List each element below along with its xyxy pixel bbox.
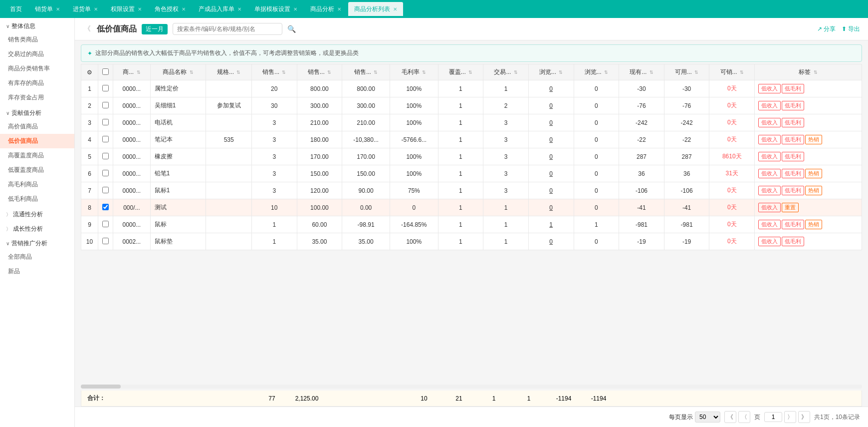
- row-checkbox[interactable]: [102, 153, 109, 159]
- browse-link[interactable]: 0: [549, 187, 553, 194]
- cell-col4: 75%: [390, 182, 438, 199]
- cell-col9: -106: [619, 182, 664, 199]
- cell-col7[interactable]: 0: [528, 80, 574, 97]
- browse-link[interactable]: 0: [549, 170, 553, 177]
- cell-col7[interactable]: 0: [528, 114, 574, 131]
- cell-col8: 0: [574, 148, 619, 165]
- page-input[interactable]: [764, 412, 782, 422]
- nav-sales-order[interactable]: 销货单 ✕: [29, 2, 66, 16]
- filter-badge[interactable]: 近一月: [142, 24, 168, 34]
- prev-page-button[interactable]: 〈: [738, 411, 750, 423]
- sidebar-item-low-margin[interactable]: 低毛利商品: [0, 192, 74, 206]
- cell-col7[interactable]: 1: [528, 216, 574, 233]
- cell-col7[interactable]: 0: [528, 97, 574, 114]
- cell-no: 1: [81, 80, 98, 97]
- footer-label: 合计：: [87, 394, 105, 403]
- browse-link[interactable]: 0: [549, 204, 553, 211]
- row-checkbox[interactable]: [102, 170, 109, 176]
- sidebar-section-circulation[interactable]: 〉 流通性分析: [0, 206, 74, 221]
- cell-col1: 1: [251, 233, 297, 250]
- nav-close-icon[interactable]: ✕: [337, 6, 341, 12]
- nav-purchase-order[interactable]: 进货单 ✕: [67, 2, 104, 16]
- sidebar-item-low-value[interactable]: 低价值商品: [0, 134, 74, 148]
- first-page-button[interactable]: 《: [724, 411, 736, 423]
- search-icon[interactable]: 🔍: [287, 25, 296, 33]
- select-all-checkbox[interactable]: [102, 68, 109, 75]
- nav-close-icon[interactable]: ✕: [56, 6, 60, 12]
- col-settings[interactable]: ⚙: [81, 64, 98, 80]
- nav-close-icon[interactable]: ✕: [393, 6, 397, 12]
- sidebar-item-traded-products[interactable]: 交易过的商品: [0, 47, 74, 61]
- nav-close-icon[interactable]: ✕: [94, 6, 98, 12]
- collapse-sidebar-button[interactable]: 《: [83, 23, 92, 34]
- cell-col7[interactable]: 0: [528, 233, 574, 250]
- nav-template-settings[interactable]: 单据模板设置 ✕: [248, 2, 303, 16]
- nav-close-icon[interactable]: ✕: [293, 6, 297, 12]
- per-page-select[interactable]: 50 100 200: [695, 412, 720, 423]
- nav-close-icon[interactable]: ✕: [138, 6, 142, 12]
- cell-checkbox: [98, 165, 113, 182]
- sidebar-section-contribution[interactable]: ∨ 贡献值分析: [0, 105, 74, 119]
- cell-col7[interactable]: 0: [528, 165, 574, 182]
- row-checkbox[interactable]: [102, 102, 109, 108]
- cell-spec: [206, 233, 252, 250]
- browse-link[interactable]: 0: [549, 153, 553, 160]
- last-page-button[interactable]: 》: [798, 411, 810, 423]
- scrollbar-thumb[interactable]: [81, 385, 121, 389]
- cell-col8: 0: [574, 80, 619, 97]
- sidebar-item-new-products[interactable]: 新品: [0, 264, 74, 279]
- browse-link[interactable]: 1: [549, 221, 553, 228]
- tag: 低收入: [758, 135, 781, 144]
- browse-link[interactable]: 0: [549, 238, 553, 245]
- cell-col7[interactable]: 0: [528, 182, 574, 199]
- cell-days: 0天: [709, 80, 755, 97]
- sidebar-item-low-coverage[interactable]: 低覆盖度商品: [0, 163, 74, 177]
- tag: 低毛利: [782, 135, 804, 144]
- table-header-row: ⚙ 商... ⇅ 商品名称 ⇅ 规格... ⇅ 销售... ⇅ 销售... ⇅ …: [81, 64, 862, 80]
- row-checkbox[interactable]: [102, 119, 109, 125]
- nav-role-auth[interactable]: 角色授权 ✕: [149, 2, 192, 16]
- search-input[interactable]: [173, 23, 282, 35]
- row-checkbox[interactable]: [102, 204, 109, 210]
- sidebar-item-category-sales-rate[interactable]: 商品分类销售率: [0, 61, 74, 76]
- nav-product-analysis-list[interactable]: 商品分析列表 ✕: [348, 2, 403, 16]
- cell-col7[interactable]: 0: [528, 199, 574, 216]
- sidebar-item-high-margin[interactable]: 高毛利商品: [0, 177, 74, 192]
- sidebar-item-high-coverage[interactable]: 高覆盖度商品: [0, 148, 74, 163]
- cell-checkbox: [98, 199, 113, 216]
- row-checkbox[interactable]: [102, 187, 109, 193]
- browse-link[interactable]: 0: [549, 85, 553, 92]
- nav-home[interactable]: 首页: [4, 2, 28, 16]
- nav-close-icon[interactable]: ✕: [182, 6, 186, 12]
- cell-checkbox: [98, 148, 113, 165]
- browse-link[interactable]: 0: [549, 136, 553, 143]
- nav-permissions[interactable]: 权限设置 ✕: [105, 2, 148, 16]
- col-code: 商... ⇅: [113, 64, 151, 80]
- horizontal-scrollbar[interactable]: [81, 385, 862, 389]
- row-checkbox[interactable]: [102, 221, 109, 227]
- sidebar-section-overall[interactable]: ∨ 整体信息: [0, 18, 74, 32]
- export-button[interactable]: ⬆ 导出: [842, 25, 860, 33]
- tag: 热销: [805, 220, 822, 229]
- row-checkbox[interactable]: [102, 136, 109, 142]
- share-button[interactable]: ↗ 分享: [817, 25, 836, 33]
- sidebar-item-high-value[interactable]: 高价值商品: [0, 119, 74, 134]
- sidebar-item-stock-capital[interactable]: 库存资金占用: [0, 90, 74, 105]
- sidebar-section-growth[interactable]: 〉 成长性分析: [0, 221, 74, 235]
- tag: 低收入: [758, 220, 781, 229]
- sidebar-item-sales-products[interactable]: 销售类商品: [0, 32, 74, 47]
- next-page-button[interactable]: 〉: [784, 411, 796, 423]
- cell-col7[interactable]: 0: [528, 148, 574, 165]
- cell-col7[interactable]: 0: [528, 131, 574, 148]
- nav-product-storage[interactable]: 产成品入库单 ✕: [193, 2, 247, 16]
- sidebar-item-stock-products[interactable]: 有库存的商品: [0, 76, 74, 90]
- cell-col2: 300.00: [297, 97, 342, 114]
- browse-link[interactable]: 0: [549, 102, 553, 109]
- nav-product-analysis[interactable]: 商品分析 ✕: [304, 2, 347, 16]
- nav-close-icon[interactable]: ✕: [237, 6, 241, 12]
- row-checkbox[interactable]: [102, 238, 109, 244]
- sidebar-section-marketing[interactable]: ∨ 营销推广分析: [0, 235, 74, 250]
- browse-link[interactable]: 0: [549, 119, 553, 126]
- row-checkbox[interactable]: [102, 85, 109, 91]
- sidebar-item-all-products[interactable]: 全部商品: [0, 250, 74, 264]
